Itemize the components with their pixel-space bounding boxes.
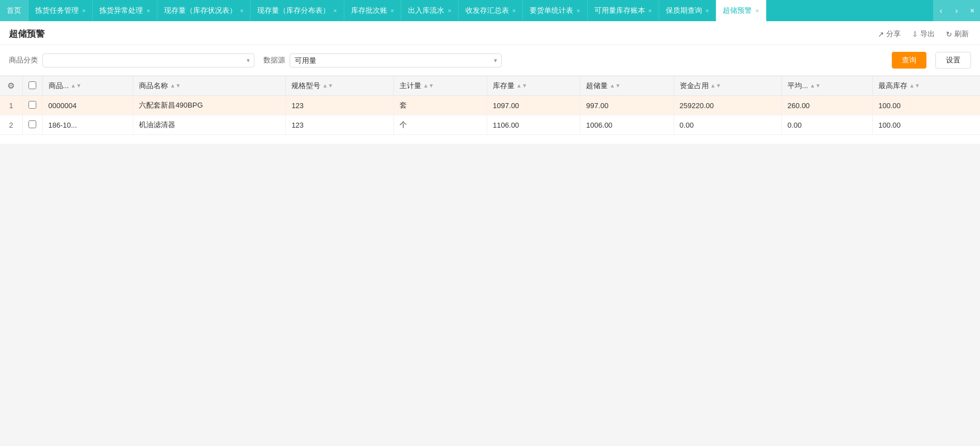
main-content: 超储预警 ↗ 分享 ⇩ 导出 ↻ 刷新 商品分类 ▾: [0, 21, 980, 144]
row-2-product-code: 186-10...: [42, 115, 133, 135]
category-label: 商品分类: [9, 55, 38, 65]
nav-home[interactable]: 首页: [0, 0, 28, 21]
nav-flow-close[interactable]: ×: [448, 7, 451, 14]
sort-spec-icon[interactable]: ▲▼: [322, 83, 333, 89]
nav-order-stats-label: 要货单统计表: [530, 6, 573, 16]
nav-receipt-summary[interactable]: 收发存汇总表 ×: [459, 0, 523, 21]
refresh-label: 刷新: [954, 29, 969, 39]
row-2-num: 2: [0, 115, 22, 135]
filter-actions: 查询 设置: [892, 52, 971, 69]
share-icon: ↗: [878, 30, 884, 38]
sort-unit-icon[interactable]: ▲▼: [423, 83, 434, 89]
row-1-checkbox[interactable]: [28, 101, 36, 109]
export-label: 导出: [920, 29, 935, 39]
row-2-avg: 0.00: [782, 115, 873, 135]
table-row: 2 186-10... 机油滤清器 123 个 1106.00 1006.00 …: [0, 115, 980, 135]
nav-avail-ledger[interactable]: 可用量库存账本 ×: [588, 0, 659, 21]
sort-overstock-icon[interactable]: ▲▼: [609, 83, 621, 89]
nav-flow-label: 出入库流水: [408, 6, 444, 16]
nav-batch-acct-close[interactable]: ×: [391, 7, 394, 14]
row-2-product-name: 机油滤清器: [133, 115, 286, 135]
nav-next-button[interactable]: ›: [949, 0, 964, 21]
settings-gear-icon[interactable]: ⚙: [7, 81, 15, 90]
refresh-icon: ↻: [946, 30, 952, 38]
row-2-capital: 0.00: [674, 115, 782, 135]
row-1-product-name: 六配套新昌490BPG: [133, 96, 286, 115]
category-select-wrapper: ▾: [42, 54, 254, 67]
header-actions: ↗ 分享 ⇩ 导出 ↻ 刷新: [876, 28, 971, 40]
query-button[interactable]: 查询: [892, 52, 926, 69]
nav-avail-ledger-label: 可用量库存账本: [594, 6, 645, 16]
nav-batch-acct[interactable]: 库存批次账 ×: [344, 0, 401, 21]
nav-expiry[interactable]: 保质期查询 ×: [659, 0, 716, 21]
nav-home-label: 首页: [7, 6, 21, 16]
overstock-table: ⚙ 商品... ▲▼ 商品名称 ▲▼: [0, 76, 980, 135]
nav-exception[interactable]: 拣货异常处理 ×: [93, 0, 157, 21]
nav-exception-label: 拣货异常处理: [99, 6, 143, 16]
settings-button[interactable]: 设置: [935, 52, 971, 69]
row-2-checkbox[interactable]: [28, 120, 36, 128]
nav-close-all-button[interactable]: ×: [964, 0, 980, 21]
col-product-code: 商品... ▲▼: [42, 76, 133, 96]
row-2-spec: 123: [286, 115, 394, 135]
nav-stock-status[interactable]: 现存量（库存状况表） ×: [157, 0, 251, 21]
sort-capital-icon[interactable]: ▲▼: [710, 83, 722, 89]
export-icon: ⇩: [912, 30, 918, 38]
nav-stock-dist-close[interactable]: ×: [333, 7, 337, 14]
top-navigation: 首页 拣货任务管理 × 拣货异常处理 × 现存量（库存状况表） × 现存量（库存…: [0, 0, 980, 21]
nav-exception-close[interactable]: ×: [146, 7, 150, 14]
nav-prev-button[interactable]: ‹: [933, 0, 949, 21]
col-capital: 资金占用 ▲▼: [674, 76, 782, 96]
row-2-checkbox-cell: [22, 115, 42, 135]
table-row: 1 0000004 六配套新昌490BPG 123 套 1097.00 997.…: [0, 96, 980, 115]
select-all-checkbox[interactable]: [28, 81, 36, 89]
nav-receipt-summary-close[interactable]: ×: [512, 7, 516, 14]
row-1-avg: 260.00: [782, 96, 873, 115]
nav-avail-ledger-close[interactable]: ×: [648, 7, 652, 14]
datasource-label: 数据源: [263, 55, 285, 65]
row-1-max-stock: 100.00: [872, 96, 980, 115]
page-title: 超储预警: [9, 28, 45, 40]
col-gear: ⚙: [0, 76, 22, 96]
nav-overstock[interactable]: 超储预警 ×: [716, 0, 766, 21]
sort-product-code-icon[interactable]: ▲▼: [70, 83, 81, 89]
row-1-spec: 123: [286, 96, 394, 115]
row-1-num: 1: [0, 96, 22, 115]
sort-product-name-icon[interactable]: ▲▼: [170, 83, 181, 89]
nav-overstock-close[interactable]: ×: [755, 7, 758, 14]
row-2-max-stock: 100.00: [872, 115, 980, 135]
sort-max-stock-icon[interactable]: ▲▼: [909, 83, 920, 89]
nav-stock-dist-label: 现存量（库存分布表）: [257, 6, 330, 16]
col-stock: 库存量 ▲▼: [487, 76, 580, 96]
datasource-select-wrapper: 可用量 库存量 ▾: [290, 54, 502, 67]
nav-expiry-close[interactable]: ×: [705, 7, 709, 14]
nav-task-mgmt[interactable]: 拣货任务管理 ×: [28, 0, 93, 21]
row-1-overstock: 997.00: [580, 96, 674, 115]
col-unit: 主计量 ▲▼: [393, 76, 487, 96]
category-filter-group: 商品分类 ▾: [9, 54, 254, 67]
sort-avg-icon[interactable]: ▲▼: [810, 83, 821, 89]
share-button[interactable]: ↗ 分享: [876, 28, 903, 40]
nav-stock-dist[interactable]: 现存量（库存分布表） ×: [251, 0, 344, 21]
row-1-product-code: 0000004: [42, 96, 133, 115]
col-avg: 平均... ▲▼: [782, 76, 873, 96]
nav-order-stats[interactable]: 要货单统计表 ×: [523, 0, 587, 21]
category-select[interactable]: [42, 54, 254, 67]
nav-batch-acct-label: 库存批次账: [351, 6, 387, 16]
nav-expiry-label: 保质期查询: [666, 6, 702, 16]
nav-receipt-summary-label: 收发存汇总表: [465, 6, 509, 16]
row-2-overstock: 1006.00: [580, 115, 674, 135]
nav-task-mgmt-close[interactable]: ×: [82, 7, 85, 14]
page-header: 超储预警 ↗ 分享 ⇩ 导出 ↻ 刷新: [0, 21, 980, 45]
nav-flow[interactable]: 出入库流水 ×: [401, 0, 458, 21]
nav-stock-status-close[interactable]: ×: [240, 7, 243, 14]
datasource-select[interactable]: 可用量 库存量: [290, 54, 502, 67]
nav-order-stats-close[interactable]: ×: [577, 7, 580, 14]
nav-arrows: ‹ › ×: [933, 0, 980, 21]
sort-stock-icon[interactable]: ▲▼: [516, 83, 527, 89]
row-1-unit: 套: [393, 96, 487, 115]
export-button[interactable]: ⇩ 导出: [910, 28, 937, 40]
row-2-stock: 1106.00: [487, 115, 580, 135]
col-max-stock: 最高库存 ▲▼: [872, 76, 980, 96]
refresh-button[interactable]: ↻ 刷新: [944, 28, 971, 40]
